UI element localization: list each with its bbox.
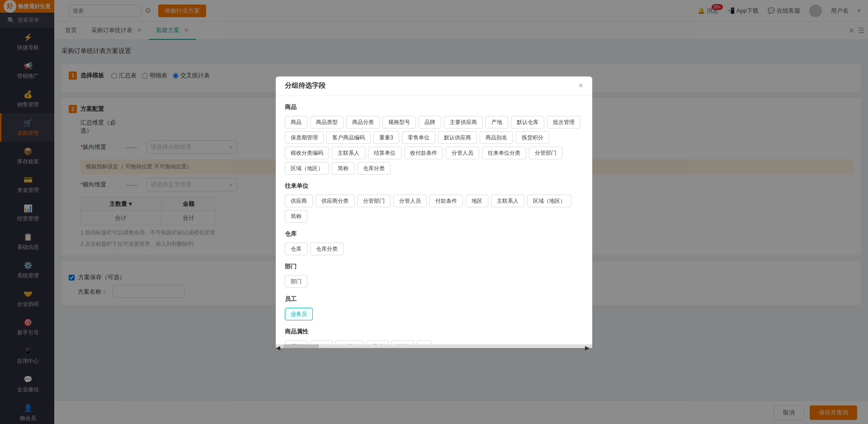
field-chip-wh[interactable]: 仓库 <box>285 243 307 255</box>
field-select-modal: 分组待选字段 × 商品商品商品类型商品分类规格型号品牌主要供应商产地默认仓库批次… <box>276 76 592 348</box>
field-chip-mgmt_dept[interactable]: 分管部门 <box>529 147 562 159</box>
field-chip-partner_region2[interactable]: 区域（地区） <box>527 195 571 207</box>
section-title-product: 商品 <box>285 103 583 111</box>
field-chip-partner_manager[interactable]: 分管人员 <box>393 195 427 207</box>
field-section-product: 商品商品商品类型商品分类规格型号品牌主要供应商产地默认仓库批次管理保质期管理客户… <box>285 103 583 175</box>
field-chip-size[interactable]: 尺码 <box>366 340 389 344</box>
scrollbar-thumb[interactable] <box>283 344 319 348</box>
modal-scrollbar: ◀ ▶ <box>276 344 592 348</box>
section-title-product_attr: 商品属性 <box>285 328 583 336</box>
field-chip-default_supplier[interactable]: 默认供应商 <box>438 131 477 144</box>
section-title-partner: 往来单位 <box>285 182 583 190</box>
section-title-warehouse: 仓库 <box>285 230 583 238</box>
field-chip-default_warehouse[interactable]: 默认仓库 <box>511 116 544 129</box>
field-chip-partner_short[interactable]: 简称 <box>285 210 307 223</box>
field-chip-from_unit_category[interactable]: 往来单位分类 <box>482 147 526 159</box>
field-chip-origin[interactable]: 产地 <box>486 116 508 129</box>
section-title-dept: 部门 <box>285 262 583 271</box>
modal-overlay[interactable]: 分组待选字段 × 商品商品商品类型商品分类规格型号品牌主要供应商产地默认仓库批次… <box>0 0 868 424</box>
field-section-dept: 部门部门 <box>285 262 583 288</box>
field-section-partner: 往来单位供应商供应商分类分管部门分管人员付款条件地区主联系人区域（地区）简称 <box>285 182 583 223</box>
scrollbar-right-arrow[interactable]: ▶ <box>585 344 592 348</box>
field-chip-expiry_mgmt[interactable]: 保质期管理 <box>285 131 324 144</box>
field-chip-main_supplier[interactable]: 主要供应商 <box>444 116 483 129</box>
field-chip-multi_spec[interactable]: 多规格 <box>335 340 363 344</box>
field-chip-warehouse_category[interactable]: 仓库分类 <box>357 162 391 175</box>
field-chip-partner_contact[interactable]: 主联系人 <box>491 195 524 207</box>
scrollbar-track[interactable] <box>283 344 585 348</box>
field-section-warehouse: 仓库仓库仓库分类 <box>285 230 583 255</box>
section-title-employee: 员工 <box>285 295 583 303</box>
scrollbar-left-arrow[interactable]: ◀ <box>276 344 283 348</box>
modal-title: 分组待选字段 <box>285 81 326 90</box>
field-chip-weight3[interactable]: 重量3 <box>373 131 399 144</box>
field-chip-partner_region[interactable]: 地区 <box>466 195 488 207</box>
field-chip-short_name[interactable]: 简称 <box>332 162 354 175</box>
modal-body: 商品商品商品类型商品分类规格型号品牌主要供应商产地默认仓库批次管理保质期管理客户… <box>276 96 592 344</box>
field-section-employee: 员工业务员 <box>285 295 583 320</box>
field-grid-warehouse: 仓库仓库分类 <box>285 243 583 255</box>
field-grid-product_attr: 属性颜色多规格尺码鞋码1 <box>285 340 583 344</box>
field-grid-dept: 部门 <box>285 275 583 288</box>
field-chip-supplier[interactable]: 供应商 <box>285 195 313 207</box>
field-chip-dept[interactable]: 部门 <box>285 275 307 288</box>
field-chip-customer_code[interactable]: 客户商品编码 <box>326 131 371 144</box>
field-chip-salesperson[interactable]: 业务员 <box>285 308 313 320</box>
modal-header: 分组待选字段 × <box>276 76 592 96</box>
field-section-product_attr: 商品属性属性颜色多规格尺码鞋码1 <box>285 328 583 344</box>
field-chip-product_type[interactable]: 商品类型 <box>310 116 344 129</box>
field-grid-product: 商品商品类型商品分类规格型号品牌主要供应商产地默认仓库批次管理保质期管理客户商品… <box>285 116 583 175</box>
field-chip-tax_code[interactable]: 税收分类编码 <box>285 147 329 159</box>
field-chip-payment_cond[interactable]: 付款条件 <box>429 195 463 207</box>
field-chip-retail_unit[interactable]: 零售单位 <box>402 131 435 144</box>
field-chip-pick_points[interactable]: 拣货积分 <box>516 131 549 144</box>
field-chip-product_alias[interactable]: 商品别名 <box>480 131 513 144</box>
field-chip-brand[interactable]: 品牌 <box>419 116 441 129</box>
field-chip-manager[interactable]: 分管人员 <box>446 147 479 159</box>
field-chip-spec_type[interactable]: 规格型号 <box>382 116 416 129</box>
field-chip-main_contact[interactable]: 主联系人 <box>332 147 365 159</box>
modal-close-button[interactable]: × <box>578 81 583 91</box>
field-grid-employee: 业务员 <box>285 308 583 320</box>
field-chip-partner_dept[interactable]: 分管部门 <box>357 195 391 207</box>
field-chip-product[interactable]: 商品 <box>285 116 307 129</box>
field-chip-settle_unit[interactable]: 结算单位 <box>368 147 401 159</box>
field-chip-region[interactable]: 区域（地区） <box>285 162 329 175</box>
field-chip-supplier_category[interactable]: 供应商分类 <box>316 195 354 207</box>
field-grid-partner: 供应商供应商分类分管部门分管人员付款条件地区主联系人区域（地区）简称 <box>285 195 583 223</box>
field-chip-color[interactable]: 颜色 <box>310 340 333 344</box>
field-chip-product_category[interactable]: 商品分类 <box>346 116 380 129</box>
field-chip-wh_category[interactable]: 仓库分类 <box>310 243 344 255</box>
field-chip-num1[interactable]: 1 <box>417 340 432 344</box>
field-chip-batch_mgmt[interactable]: 批次管理 <box>547 116 580 129</box>
field-chip-attr[interactable]: 属性 <box>285 340 307 344</box>
field-chip-shoe_code[interactable]: 鞋码 <box>392 340 414 344</box>
field-chip-payment_terms[interactable]: 收付款条件 <box>404 147 443 159</box>
